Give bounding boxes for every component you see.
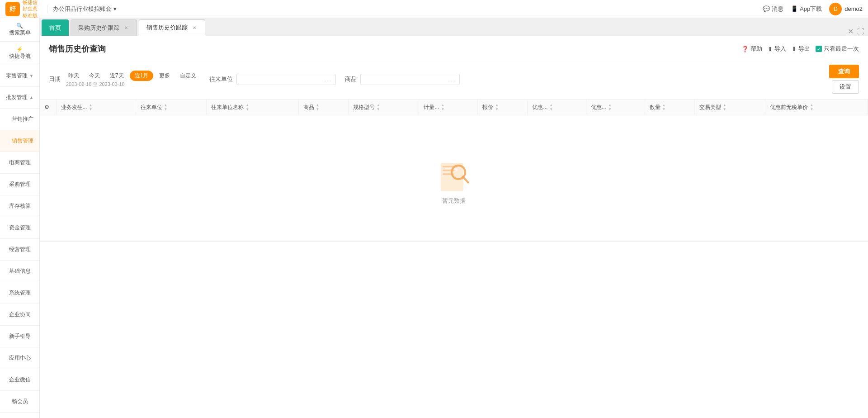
- main-layout: 🔍 搜索菜单 ⚡ 快捷导航 零售管理 ▼ 批发管理 ▲ 营销推广 销售管理 电商…: [0, 18, 868, 418]
- col-unit[interactable]: 计量... ▲▼: [419, 100, 478, 115]
- sort-icon: ▲▼: [662, 103, 666, 111]
- sort-icon: ▲▼: [377, 103, 380, 111]
- empty-state: 暂元数据: [40, 115, 868, 241]
- date-btn-yesterday[interactable]: 昨天: [64, 71, 83, 81]
- tab-close-purchase[interactable]: ✕: [123, 25, 129, 31]
- top-bar-left: 好 畅捷信好生意 标准版 办公用品行业模拟账套 ▾: [5, 0, 117, 19]
- query-button[interactable]: 查询: [829, 65, 859, 78]
- sort-icon: ▲▼: [245, 103, 249, 111]
- sidebar-item-operations-mgmt[interactable]: 经营管理: [0, 239, 39, 261]
- page-title: 销售历史价查询: [49, 43, 106, 54]
- tab-home[interactable]: 首页: [42, 19, 69, 36]
- chevron-down-icon: ▾: [113, 5, 117, 12]
- sidebar-item-sales-mgmt[interactable]: 销售管理: [0, 130, 39, 152]
- sidebar-item-new-guide[interactable]: 新手引导: [0, 326, 39, 347]
- app-download-action[interactable]: 📱 App下载: [791, 5, 822, 13]
- date-btn-7days[interactable]: 近7天: [106, 71, 128, 81]
- sidebar-item-quick-nav[interactable]: ⚡ 快捷导航: [0, 42, 39, 65]
- page-content: 销售历史价查询 ❓ 帮助 ⬆ 导入 ⬇ 导出 ✓: [40, 36, 868, 418]
- svg-rect-2: [443, 170, 456, 171]
- svg-line-5: [463, 177, 468, 183]
- only-last-checkbox[interactable]: ✓ 只看最后一次: [816, 45, 859, 53]
- sort-icon: ▲▼: [89, 103, 93, 111]
- tab-close-sales[interactable]: ✕: [191, 24, 198, 31]
- logo-icon: 好: [5, 2, 20, 16]
- top-bar: 好 畅捷信好生意 标准版 办公用品行业模拟账套 ▾ 💬 消息 📱 App下载 D…: [0, 0, 868, 18]
- close-tab-btn[interactable]: ✕: [848, 27, 854, 36]
- product-filter-group: 商品 ...: [345, 74, 460, 85]
- logo-area: 好 畅捷信好生意 标准版: [5, 0, 42, 19]
- date-filter-area: 昨天 今天 近7天 近1月 更多 自定义 2023-02-18 至 2023-0…: [64, 71, 200, 88]
- col-trade-type[interactable]: 交易类型 ▲▼: [694, 100, 765, 115]
- sidebar-item-retail-mgmt[interactable]: 零售管理 ▼: [0, 65, 39, 87]
- empty-row: 暂元数据: [40, 115, 868, 242]
- sort-icon: ▲▼: [810, 103, 813, 111]
- tab-bar-actions: ✕ ⛶: [844, 27, 868, 36]
- product-input[interactable]: ...: [360, 74, 460, 85]
- table-area: ⚙ 业务发生... ▲▼ 往来单位: [40, 100, 868, 242]
- customer-filter-group: 往来单位 ...: [209, 74, 336, 85]
- top-bar-right: 💬 消息 📱 App下载 D demo2: [763, 3, 863, 15]
- customer-label: 往来单位: [209, 75, 233, 83]
- setting-button[interactable]: 设置: [832, 80, 859, 94]
- col-spec[interactable]: 规格型号 ▲▼: [348, 100, 419, 115]
- customer-dots: ...: [325, 76, 332, 83]
- maximize-btn[interactable]: ⛶: [857, 28, 864, 36]
- table-header-row: ⚙ 业务发生... ▲▼ 往来单位: [40, 100, 868, 115]
- sidebar-item-marketing[interactable]: 营销推广: [0, 109, 39, 130]
- user-area[interactable]: D demo2: [829, 3, 863, 15]
- message-icon: 💬: [763, 5, 770, 12]
- export-action[interactable]: ⬇ 导出: [792, 45, 810, 53]
- avatar: D: [829, 3, 842, 15]
- sidebar-item-ecommerce-mgmt[interactable]: 电商管理: [0, 152, 39, 174]
- date-btn-custom[interactable]: 自定义: [176, 71, 200, 81]
- message-action[interactable]: 💬 消息: [763, 5, 783, 13]
- sidebar-item-enterprise-collab[interactable]: 企业协同: [0, 304, 39, 326]
- col-settings[interactable]: ⚙: [40, 100, 56, 115]
- date-btn-today[interactable]: 今天: [85, 71, 104, 81]
- date-btn-1month[interactable]: 近1月: [130, 71, 154, 81]
- sidebar-item-search-menu[interactable]: 🔍 搜索菜单: [0, 18, 39, 42]
- tab-purchase-history[interactable]: 采购历史价跟踪 ✕: [71, 19, 137, 36]
- col-discount1[interactable]: 优惠... ▲▼: [528, 100, 586, 115]
- date-range: 2023-02-18 至 2023-03-18: [66, 81, 200, 88]
- product-label: 商品: [345, 75, 357, 83]
- product-dots: ...: [448, 76, 456, 83]
- col-tax-free-price[interactable]: 优惠前无税单价 ▲▼: [765, 100, 868, 115]
- sidebar-item-basic-info[interactable]: 基础信息: [0, 261, 39, 282]
- col-price[interactable]: 报价 ▲▼: [478, 100, 528, 115]
- sort-icon: ▲▼: [549, 103, 553, 111]
- customer-input[interactable]: ...: [236, 74, 336, 85]
- download-icon: 📱: [791, 5, 798, 12]
- sidebar-item-finance-mgmt[interactable]: 资金管理: [0, 217, 39, 239]
- date-filter-group: 日期 昨天 今天 近7天 近1月 更多 自定义 2023-02-18 至 202…: [49, 71, 200, 88]
- sidebar: 🔍 搜索菜单 ⚡ 快捷导航 零售管理 ▼ 批发管理 ▲ 营销推广 销售管理 电商…: [0, 18, 40, 418]
- tab-sales-history[interactable]: 销售历史价跟踪 ✕: [139, 19, 205, 36]
- sidebar-item-enterprise-wechat[interactable]: 企业微信: [0, 369, 39, 391]
- help-action[interactable]: ❓ 帮助: [741, 45, 762, 53]
- empty-text: 暂元数据: [442, 197, 466, 205]
- sidebar-item-app-center[interactable]: 应用中心: [0, 347, 39, 369]
- col-unit-name[interactable]: 往来单位名称 ▲▼: [207, 100, 298, 115]
- col-biz-date[interactable]: 业务发生... ▲▼: [56, 100, 136, 115]
- sort-icon: ▲▼: [723, 103, 726, 111]
- col-qty[interactable]: 数量 ▲▼: [645, 100, 694, 115]
- sort-icon: ▲▼: [495, 103, 499, 111]
- sidebar-item-system-mgmt[interactable]: 系统管理: [0, 282, 39, 304]
- filter-right-actions: 查询 设置: [829, 65, 859, 94]
- sidebar-item-member[interactable]: 畅会员: [0, 391, 39, 413]
- col-discount2[interactable]: 优惠... ▲▼: [586, 100, 645, 115]
- col-product[interactable]: 商品 ▲▼: [298, 100, 348, 115]
- sidebar-item-purchase-mgmt[interactable]: 采购管理: [0, 174, 39, 195]
- col-unit-code[interactable]: 往来单位 ▲▼: [136, 100, 207, 115]
- app-selector[interactable]: 办公用品行业模拟账套 ▾: [47, 5, 117, 13]
- sidebar-item-wholesale-mgmt[interactable]: 批发管理 ▲: [0, 87, 39, 109]
- date-btn-more[interactable]: 更多: [155, 71, 174, 81]
- page-header: 销售历史价查询 ❓ 帮助 ⬆ 导入 ⬇ 导出 ✓: [40, 36, 868, 59]
- page-header-actions: ❓ 帮助 ⬆ 导入 ⬇ 导出 ✓ 只看最后一次: [741, 45, 859, 53]
- svg-point-6: [454, 168, 458, 171]
- sidebar-item-inventory[interactable]: 库存核算: [0, 195, 39, 217]
- content-area: 首页 采购历史价跟踪 ✕ 销售历史价跟踪 ✕ ✕ ⛶ 销售历史价查询: [40, 18, 868, 418]
- settings-icon: ⚙: [44, 104, 49, 110]
- import-action[interactable]: ⬆ 导入: [768, 45, 786, 53]
